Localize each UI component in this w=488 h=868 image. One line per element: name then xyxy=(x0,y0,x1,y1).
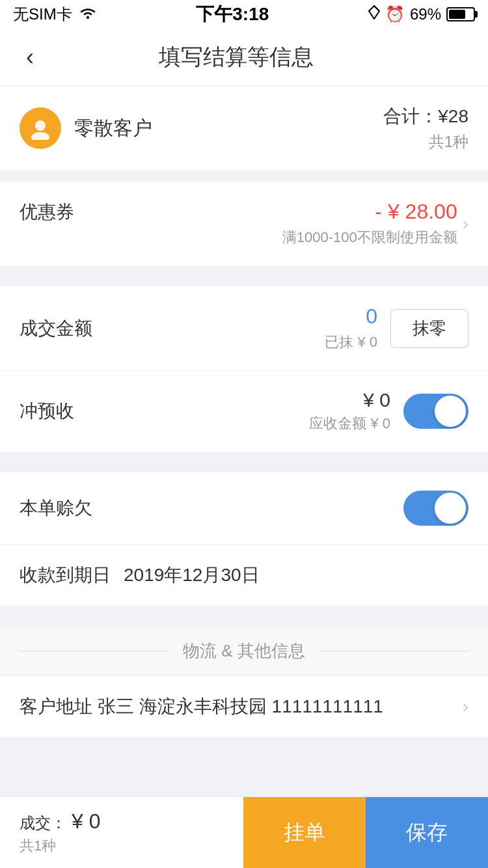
back-button[interactable]: ‹ xyxy=(20,37,40,77)
customer-total: 合计：¥28 xyxy=(383,104,468,129)
wifi-icon xyxy=(79,5,97,23)
customer-name: 零散客户 xyxy=(74,115,152,142)
divider-1 xyxy=(0,276,488,286)
address-row[interactable]: 客户地址 张三 海淀永丰科技园 11111111111 › xyxy=(0,675,488,737)
location-icon xyxy=(368,5,380,23)
coupon-desc: 满1000-100不限制使用金额 xyxy=(282,228,457,247)
bottom-deal-amount: ¥ 0 xyxy=(72,809,100,834)
divider-line-left xyxy=(20,651,170,651)
prereceive-label: 冲预收 xyxy=(20,399,74,424)
address-label: 客户地址 xyxy=(20,694,98,719)
credit-label: 本单赊欠 xyxy=(20,496,92,521)
duedate-label: 收款到期日 xyxy=(20,563,111,588)
battery-icon xyxy=(446,7,475,21)
coupon-row[interactable]: 优惠券 - ¥ 28.00 满1000-100不限制使用金额 › xyxy=(0,181,488,265)
logistics-header: 物流 & 其他信息 xyxy=(0,627,488,675)
divider-3 xyxy=(0,616,488,627)
page-title: 填写结算等信息 xyxy=(40,42,432,72)
status-bar: 无SIM卡 下午3:18 ⏰ 69% xyxy=(0,0,488,29)
prereceive-sub: 应收金额 ¥ 0 xyxy=(309,414,390,433)
round-button[interactable]: 抹零 xyxy=(390,309,468,348)
prereceive-row: 冲预收 ¥ 0 应收金额 ¥ 0 xyxy=(0,370,488,452)
credit-section: 本单赊欠 收款到期日 2019年12月30日 xyxy=(0,472,488,606)
customer-left: 零散客户 xyxy=(20,107,152,149)
divider-2 xyxy=(0,462,488,472)
customer-right: 合计：¥28 共1种 xyxy=(383,104,468,152)
address-value: 张三 海淀永丰科技园 11111111111 xyxy=(98,694,456,719)
bottom-left: 成交： ¥ 0 共1种 xyxy=(0,797,243,868)
amount-section: 成交金额 0 已抹 ¥ 0 抹零 冲预收 ¥ 0 应收金额 ¥ 0 xyxy=(0,286,488,452)
network-label: 无SIM卡 xyxy=(13,4,72,25)
divider-line-right xyxy=(318,651,468,651)
coupon-value-container: - ¥ 28.00 满1000-100不限制使用金额 xyxy=(282,200,457,247)
coupon-label: 优惠券 xyxy=(20,200,98,224)
amount-input-area: 0 已抹 ¥ 0 xyxy=(325,305,377,352)
bottom-deal-label: 成交： xyxy=(20,813,66,834)
credit-row: 本单赊欠 xyxy=(0,472,488,544)
amount-row: 成交金额 0 已抹 ¥ 0 抹零 xyxy=(0,286,488,370)
chevron-right-icon: › xyxy=(463,213,468,234)
coupon-value: - ¥ 28.00 xyxy=(375,200,457,224)
amount-right: 0 已抹 ¥ 0 抹零 xyxy=(325,305,468,352)
coupon-right: - ¥ 28.00 满1000-100不限制使用金额 › xyxy=(282,200,468,247)
bottom-count: 共1种 xyxy=(20,836,243,856)
prereceive-main: ¥ 0 xyxy=(309,389,390,411)
address-section: 客户地址 张三 海淀永丰科技园 11111111111 › xyxy=(0,675,488,737)
customer-section: 零散客户 合计：¥28 共1种 xyxy=(0,86,488,170)
address-arrow-icon: › xyxy=(463,696,468,717)
prereceive-values: ¥ 0 应收金额 ¥ 0 xyxy=(309,389,390,433)
svg-point-1 xyxy=(35,120,46,131)
prereceive-right: ¥ 0 应收金额 ¥ 0 xyxy=(309,389,468,433)
save-button[interactable]: 保存 xyxy=(366,797,488,868)
customer-count: 共1种 xyxy=(383,131,468,152)
coupon-section: 优惠券 - ¥ 28.00 满1000-100不限制使用金额 › xyxy=(0,181,488,265)
svg-point-0 xyxy=(87,16,89,19)
status-right: ⏰ 69% xyxy=(368,5,475,23)
nav-bar: ‹ 填写结算等信息 xyxy=(0,29,488,86)
toggle-knob xyxy=(435,396,466,427)
alarm-icon: ⏰ xyxy=(385,5,405,23)
avatar xyxy=(20,107,61,149)
duedate-value: 2019年12月30日 xyxy=(124,563,260,588)
status-time: 下午3:18 xyxy=(196,2,269,27)
credit-toggle[interactable] xyxy=(403,491,468,526)
amount-value[interactable]: 0 xyxy=(325,305,377,329)
credit-toggle-knob xyxy=(435,493,466,524)
battery-percent: 69% xyxy=(410,5,441,23)
duedate-row[interactable]: 收款到期日 2019年12月30日 xyxy=(0,544,488,606)
amount-label: 成交金额 xyxy=(20,316,92,341)
bottom-bar: 成交： ¥ 0 共1种 挂单 保存 xyxy=(0,796,488,868)
prereceive-toggle[interactable] xyxy=(403,394,468,429)
logistics-label: 物流 & 其他信息 xyxy=(183,640,305,662)
hold-button[interactable]: 挂单 xyxy=(243,797,366,868)
amount-sub: 已抹 ¥ 0 xyxy=(325,332,377,352)
bottom-deal-row: 成交： ¥ 0 xyxy=(20,809,243,834)
customer-row: 零散客户 合计：¥28 共1种 xyxy=(0,86,488,170)
svg-point-2 xyxy=(31,132,49,140)
status-left: 无SIM卡 xyxy=(13,4,97,25)
